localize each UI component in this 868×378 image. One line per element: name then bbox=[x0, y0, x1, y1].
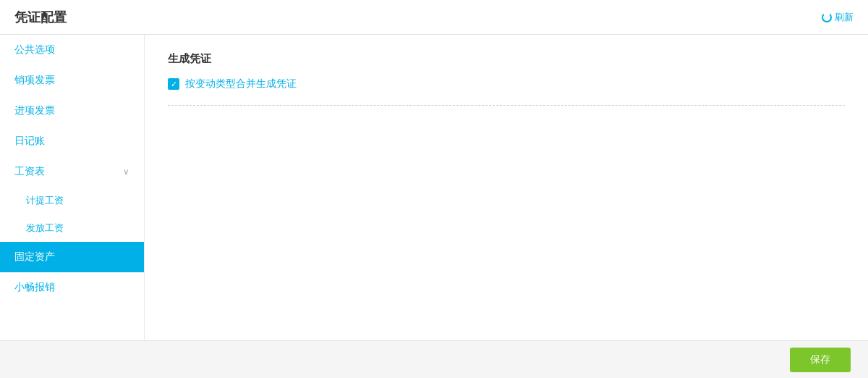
sidebar-item-purchase-invoice[interactable]: 进项发票 bbox=[0, 96, 144, 126]
sidebar-item-sales-invoice[interactable]: 销项发票 bbox=[0, 65, 144, 96]
sidebar-item-fixed-assets[interactable]: 固定资产 bbox=[0, 242, 144, 272]
check-icon: ✓ bbox=[171, 80, 177, 88]
refresh-icon bbox=[822, 12, 832, 22]
header: 凭证配置 刷新 bbox=[0, 0, 868, 35]
sidebar-item-label: 工资表 bbox=[14, 165, 45, 178]
sidebar-item-label: 固定资产 bbox=[14, 251, 55, 264]
sidebar-item-label: 小畅报销 bbox=[14, 281, 55, 294]
page-wrapper: 凭证配置 刷新 公共选项 销项发票 进项发票 日记账 工资表 ∨ bbox=[0, 0, 868, 378]
checkbox-label[interactable]: 按变动类型合并生成凭证 bbox=[185, 77, 297, 91]
page-title: 凭证配置 bbox=[14, 9, 67, 26]
refresh-label: 刷新 bbox=[835, 11, 854, 24]
sidebar-item-payroll-accrual[interactable]: 计提工资 bbox=[0, 187, 144, 214]
sidebar-item-public[interactable]: 公共选项 bbox=[0, 35, 144, 65]
save-button[interactable]: 保存 bbox=[790, 348, 851, 372]
refresh-button[interactable]: 刷新 bbox=[822, 11, 854, 24]
sidebar-item-payroll-issue[interactable]: 发放工资 bbox=[0, 214, 144, 242]
sidebar-item-expense[interactable]: 小畅报销 bbox=[0, 272, 144, 303]
merge-checkbox[interactable]: ✓ bbox=[168, 78, 179, 90]
sidebar-item-journal[interactable]: 日记账 bbox=[0, 126, 144, 156]
sidebar-sub-item-label: 发放工资 bbox=[26, 222, 64, 233]
sidebar-item-payroll[interactable]: 工资表 ∨ bbox=[0, 156, 144, 187]
section-title: 生成凭证 bbox=[168, 52, 845, 66]
sidebar-item-label: 日记账 bbox=[14, 135, 45, 148]
sidebar-sub-item-label: 计提工资 bbox=[26, 195, 64, 206]
sidebar-item-label: 销项发票 bbox=[14, 74, 55, 87]
divider bbox=[168, 105, 845, 106]
checkbox-row: ✓ 按变动类型合并生成凭证 bbox=[168, 77, 845, 91]
main-content: 生成凭证 ✓ 按变动类型合并生成凭证 bbox=[145, 35, 868, 340]
sidebar-item-label: 公共选项 bbox=[14, 43, 55, 56]
sidebar: 公共选项 销项发票 进项发票 日记账 工资表 ∨ 计提工资 发放工资 固定资 bbox=[0, 35, 145, 340]
chevron-down-icon: ∨ bbox=[123, 167, 129, 177]
sidebar-item-label: 进项发票 bbox=[14, 104, 55, 117]
footer: 保存 bbox=[0, 340, 868, 378]
body: 公共选项 销项发票 进项发票 日记账 工资表 ∨ 计提工资 发放工资 固定资 bbox=[0, 35, 868, 340]
